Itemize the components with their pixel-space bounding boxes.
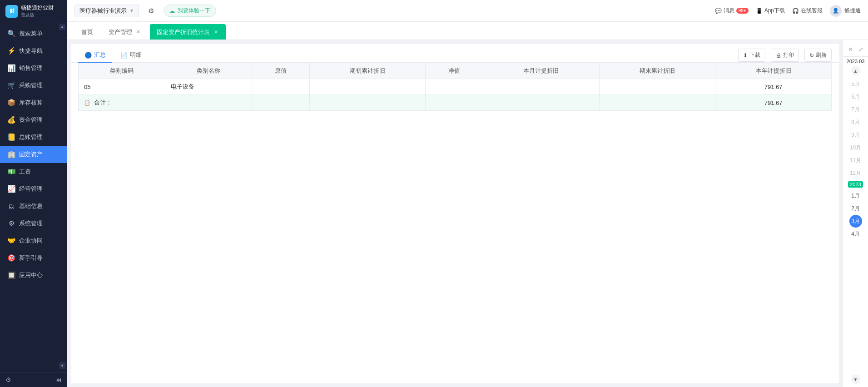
right-panel: ✕ ⤢ 2023.03 ▲ 5月6月7月8月9月10月11月12月20231月2… [843,40,868,387]
month-item[interactable]: 6月 [843,90,868,103]
scroll-up-btn[interactable]: ▲ [59,24,65,30]
total-end-dep [599,95,715,111]
sidebar-item-search[interactable]: 🔍搜索菜单 [0,25,67,42]
panel-prev-btn[interactable]: ▲ [851,66,860,75]
tab-close-depreciation-report[interactable]: ✕ [213,29,219,35]
nav-icon-inventory: 📦 [7,99,15,107]
tab-detail[interactable]: 📄 明细 [114,48,148,63]
month-item[interactable]: 7月 [843,103,868,116]
nav-icon-fixed-assets: 🏢 [7,150,15,159]
settings-icon[interactable]: ⚙ [5,376,11,383]
sidebar-item-guide[interactable]: 🎯新手引导 [0,249,67,267]
company-name: 医疗器械行业演示 [79,7,127,15]
scroll-down-btn[interactable]: ▼ [59,362,65,369]
tab-home[interactable]: 首页 [74,24,100,40]
user-area[interactable]: 👤 畅捷通 [830,5,861,17]
month-item[interactable]: 11月 [843,154,868,167]
tab-close-asset-management[interactable]: ✕ [135,29,141,35]
month-item[interactable]: 5月 [843,78,868,90]
sidebar-item-basic-info[interactable]: 🗂基础信息 [0,198,67,215]
print-btn[interactable]: 🖨 打印 [771,49,799,62]
print-label: 打印 [783,51,794,59]
month-item[interactable]: 9月 [843,129,868,141]
nav-label-system: 系统管理 [19,219,43,228]
year-badge: 2023 [848,181,863,188]
message-icon: 💬 [715,8,722,14]
logo-text: 畅捷通好业财 [21,5,54,12]
nav-icon-guide: 🎯 [7,254,15,262]
nav-icon-app-center: 🔲 [7,271,15,279]
detail-icon: 📄 [120,52,128,59]
sidebar-item-ledger[interactable]: 📒总账管理 [0,129,67,146]
app-download-btn[interactable]: 📱 App下载 [756,7,785,15]
month-item[interactable]: 3月 [849,215,862,228]
user-name: 畅捷通 [844,7,861,15]
panel-expand-btn[interactable]: ⤢ [856,45,865,54]
sidebar-item-purchase[interactable]: 🛒采购管理 [0,77,67,94]
refresh-btn[interactable]: ↻ 刷新 [804,49,832,62]
month-item[interactable]: 1月 [843,189,868,202]
row-annual-dep: 791.67 [715,79,832,95]
service-label: 在线客服 [801,7,823,15]
col-net-value: 净值 [426,63,483,79]
sidebar-item-salary[interactable]: 💵工资 [0,163,67,180]
month-item[interactable]: 12月 [843,167,868,179]
month-item[interactable]: 4月 [843,228,868,240]
experience-label: 我要体验一下 [178,7,210,15]
sidebar-item-operations[interactable]: 📈经营管理 [0,180,67,198]
logo-icon: 财 [5,5,18,18]
col-initial-dep: 期初累计折旧 [309,63,426,79]
nav-label-salary: 工资 [19,168,31,176]
sidebar-item-system[interactable]: ⚙系统管理 [0,215,67,232]
panel-next-btn[interactable]: ▼ [851,375,860,384]
summary-icon: 🔵 [84,52,92,59]
row-initial-dep [309,79,426,95]
total-icon: 📋 [84,100,90,105]
tab-summary[interactable]: 🔵 汇总 [78,48,112,63]
summary-label: 汇总 [94,51,106,59]
company-selector[interactable]: 医疗器械行业演示 ▼ [74,5,139,17]
month-item[interactable]: 8月 [843,116,868,129]
customer-service-btn[interactable]: 🎧 在线客服 [792,7,823,15]
cloud-icon: ☁ [169,8,175,14]
col-annual-dep: 本年计提折旧 [715,63,832,79]
sidebar-item-app-center[interactable]: 🔲应用中心 [0,267,67,284]
nav-label-inventory: 库存核算 [19,99,43,107]
sidebar-item-quick-nav[interactable]: ⚡快捷导航 [0,42,67,60]
sidebar-item-collaboration[interactable]: 🤝企业协同 [0,232,67,249]
service-icon: 🎧 [792,8,799,14]
topbar-settings-btn[interactable]: ⚙ [144,4,158,18]
row-original [252,79,310,95]
nav-icon-basic-info: 🗂 [7,202,15,210]
download-btn[interactable]: ⬇ 下载 [738,49,765,62]
main-area: 医疗器械行业演示 ▼ ⚙ ☁ 我要体验一下 💬 消息 99+ 📱 App下载 🎧… [67,0,868,387]
sidebar-item-sales[interactable]: 📊销售管理 [0,60,67,77]
panel-close-btn[interactable]: ✕ [846,45,855,54]
nav-label-collaboration: 企业协同 [19,237,43,245]
sidebar-footer: ⚙ ⏮ [0,372,67,387]
nav-icon-quick-nav: ⚡ [7,47,15,55]
sidebar-nav: 🔍搜索菜单⚡快捷导航📊销售管理🛒采购管理📦库存核算💰资金管理📒总账管理🏢固定资产… [0,23,67,372]
nav-label-basic-info: 基础信息 [19,202,43,210]
sidebar-item-inventory[interactable]: 📦库存核算 [0,94,67,111]
collapse-icon[interactable]: ⏮ [55,376,62,383]
sidebar-item-fixed-assets[interactable]: 🏢固定资产 [0,146,67,163]
month-item[interactable]: 10月 [843,141,868,154]
message-btn[interactable]: 💬 消息 99+ [715,7,749,15]
download-label: 下载 [749,51,760,59]
nav-icon-search: 🔍 [7,30,15,38]
nav-icon-finance: 💰 [7,116,15,124]
experience-btn[interactable]: ☁ 我要体验一下 [164,5,216,17]
nav-icon-ledger: 📒 [7,133,15,141]
logo-sub: 普及版 [21,12,54,18]
sidebar-item-finance[interactable]: 💰资金管理 [0,111,67,129]
col-monthly-dep: 本月计提折旧 [483,63,600,79]
tab-label-asset-management: 资产管理 [109,28,132,36]
message-badge: 99+ [736,8,749,14]
month-item[interactable]: 2月 [843,202,868,215]
tab-depreciation-report[interactable]: 固定资产折旧统计表✕ [150,24,226,40]
tab-label-depreciation-report: 固定资产折旧统计表 [157,28,210,36]
depreciation-table: 类别编码 类别名称 原值 期初累计折旧 净值 本月计提折旧 期末累计折旧 本年计… [78,63,832,111]
tab-asset-management[interactable]: 资产管理✕ [102,24,148,40]
row-name: 电子设备 [165,79,252,95]
